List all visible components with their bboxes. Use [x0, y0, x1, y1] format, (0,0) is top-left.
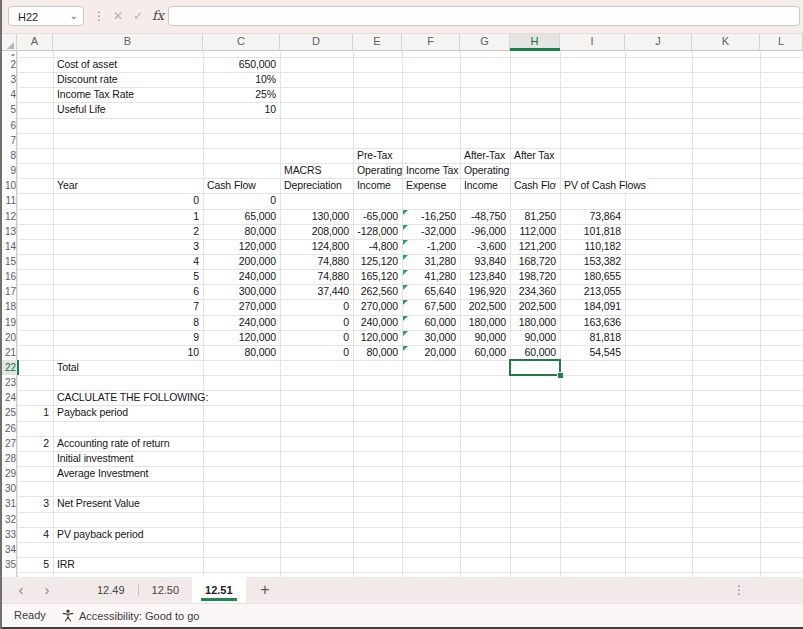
- row-header-22[interactable]: 22: [0, 360, 19, 375]
- cell-G14[interactable]: -3,600: [477, 239, 506, 254]
- row-header-27[interactable]: 27: [0, 436, 19, 451]
- cell-F14[interactable]: -1,200: [427, 239, 456, 254]
- cell-I20[interactable]: 81,818: [589, 330, 621, 345]
- row-header-8[interactable]: 8: [0, 148, 19, 163]
- cell-I16[interactable]: 180,655: [584, 269, 621, 284]
- row-header-34[interactable]: 34: [0, 542, 19, 557]
- cell-B33[interactable]: PV payback period: [57, 527, 143, 542]
- cell-H18[interactable]: 202,500: [519, 299, 556, 314]
- column-header-J[interactable]: J: [625, 33, 692, 51]
- tab-nav-prev-icon[interactable]: ‹: [12, 577, 30, 603]
- cell-A25[interactable]: 1: [43, 405, 49, 420]
- name-box[interactable]: H22 ⌄: [8, 6, 84, 26]
- cell-C3[interactable]: 10%: [255, 72, 276, 87]
- cell-B11[interactable]: 0: [193, 193, 199, 208]
- row-header-9[interactable]: 9: [0, 163, 19, 178]
- tab-bar-menu-dots-icon[interactable]: ⋮: [732, 577, 746, 603]
- cell-E17[interactable]: 262,560: [361, 284, 398, 299]
- cell-A27[interactable]: 2: [43, 436, 49, 451]
- cell-B14[interactable]: 3: [193, 239, 199, 254]
- cell-G9[interactable]: Operating: [464, 163, 509, 178]
- cell-E16[interactable]: 165,120: [361, 269, 398, 284]
- cell-B21[interactable]: 10: [188, 345, 199, 360]
- cell-E15[interactable]: 125,120: [361, 254, 398, 269]
- cell-E8[interactable]: Pre-Tax: [357, 148, 392, 163]
- cell-G21[interactable]: 60,000: [474, 345, 506, 360]
- cell-B28[interactable]: Initial investment: [57, 451, 133, 466]
- cell-I19[interactable]: 163,636: [584, 315, 621, 330]
- cell-C5[interactable]: 10: [265, 102, 276, 117]
- cell-I21[interactable]: 54,545: [589, 345, 621, 360]
- cell-H13[interactable]: 112,000: [520, 224, 556, 239]
- cell-D21[interactable]: 0: [343, 345, 349, 360]
- cell-F10[interactable]: Expense: [406, 178, 446, 193]
- row-header-12[interactable]: 12: [0, 209, 19, 224]
- cell-B22[interactable]: Total: [57, 360, 79, 375]
- fill-handle[interactable]: [557, 372, 564, 379]
- cell-C4[interactable]: 25%: [255, 87, 276, 102]
- column-header-K[interactable]: K: [692, 33, 760, 51]
- cell-H15[interactable]: 168,720: [519, 254, 556, 269]
- cell-G20[interactable]: 90,000: [474, 330, 506, 345]
- cell-G15[interactable]: 93,840: [474, 254, 506, 269]
- row-header-1[interactable]: 1: [0, 51, 19, 56]
- row-header-14[interactable]: 14: [0, 239, 19, 254]
- cell-B31[interactable]: Net Present Value: [57, 496, 140, 511]
- sheet-tab-12.49[interactable]: 12.49: [84, 577, 138, 603]
- cell-F18[interactable]: 67,500: [424, 299, 456, 314]
- cell-B2[interactable]: Cost of asset: [57, 57, 117, 72]
- cell-E20[interactable]: 120,000: [361, 330, 398, 345]
- cell-E21[interactable]: 80,000: [366, 345, 398, 360]
- row-header-4[interactable]: 4: [0, 87, 19, 102]
- add-sheet-button[interactable]: +: [254, 577, 276, 603]
- cell-B24[interactable]: CACLULATE THE FOLLOWING:: [57, 390, 208, 405]
- row-header-7[interactable]: 7: [0, 133, 19, 148]
- row-header-16[interactable]: 16: [0, 269, 19, 284]
- cell-B4[interactable]: Income Tax Rate: [57, 87, 134, 102]
- sheet-tab-12.51[interactable]: 12.51: [192, 577, 246, 603]
- cell-D9[interactable]: MACRS: [284, 163, 321, 178]
- cell-F12[interactable]: -16,250: [421, 209, 456, 224]
- sheet-tab-12.50[interactable]: 12.50: [139, 577, 193, 603]
- cell-C17[interactable]: 300,000: [239, 284, 276, 299]
- chevron-down-icon[interactable]: ⌄: [70, 6, 78, 26]
- cell-B5[interactable]: Useful Life: [57, 102, 106, 117]
- cell-A35[interactable]: 5: [43, 557, 49, 572]
- cell-B19[interactable]: 8: [193, 315, 199, 330]
- cell-B35[interactable]: IRR: [57, 557, 75, 572]
- row-header-2[interactable]: 2: [0, 57, 19, 72]
- cell-D16[interactable]: 74,880: [317, 269, 349, 284]
- column-header-C[interactable]: C: [203, 33, 280, 51]
- cell-B20[interactable]: 9: [193, 330, 199, 345]
- cell-F19[interactable]: 60,000: [424, 315, 456, 330]
- cell-H19[interactable]: 180,000: [519, 315, 556, 330]
- row-header-32[interactable]: 32: [0, 512, 19, 527]
- row-header-21[interactable]: 21: [0, 345, 19, 360]
- cell-D12[interactable]: 130,000: [312, 209, 349, 224]
- cell-E10[interactable]: Income: [357, 178, 391, 193]
- row-header-15[interactable]: 15: [0, 254, 19, 269]
- row-header-28[interactable]: 28: [0, 451, 19, 466]
- cell-H10[interactable]: Cash Flows: [514, 178, 556, 193]
- cell-E19[interactable]: 240,000: [361, 315, 398, 330]
- cell-C21[interactable]: 80,000: [244, 345, 276, 360]
- cell-I13[interactable]: 101,818: [584, 224, 621, 239]
- cell-I17[interactable]: 213,055: [584, 284, 621, 299]
- cell-H8[interactable]: After Tax: [514, 148, 554, 163]
- cell-F20[interactable]: 30,000: [424, 330, 456, 345]
- cell-B3[interactable]: Discount rate: [57, 72, 118, 87]
- row-header-24[interactable]: 24: [0, 390, 19, 405]
- cell-A31[interactable]: 3: [43, 496, 49, 511]
- cell-A33[interactable]: 4: [43, 527, 49, 542]
- cell-B12[interactable]: 1: [193, 209, 199, 224]
- cell-F21[interactable]: 20,000: [424, 345, 456, 360]
- row-header-25[interactable]: 25: [0, 405, 19, 420]
- accessibility-status[interactable]: Accessibility: Good to go: [62, 604, 199, 627]
- column-header-E[interactable]: E: [353, 33, 402, 51]
- cell-C13[interactable]: 80,000: [244, 224, 276, 239]
- row-header-20[interactable]: 20: [0, 330, 19, 345]
- cell-B29[interactable]: Average Investment: [57, 466, 148, 481]
- row-header-35[interactable]: 35: [0, 557, 19, 572]
- cell-B13[interactable]: 2: [193, 224, 199, 239]
- cell-B17[interactable]: 6: [193, 284, 199, 299]
